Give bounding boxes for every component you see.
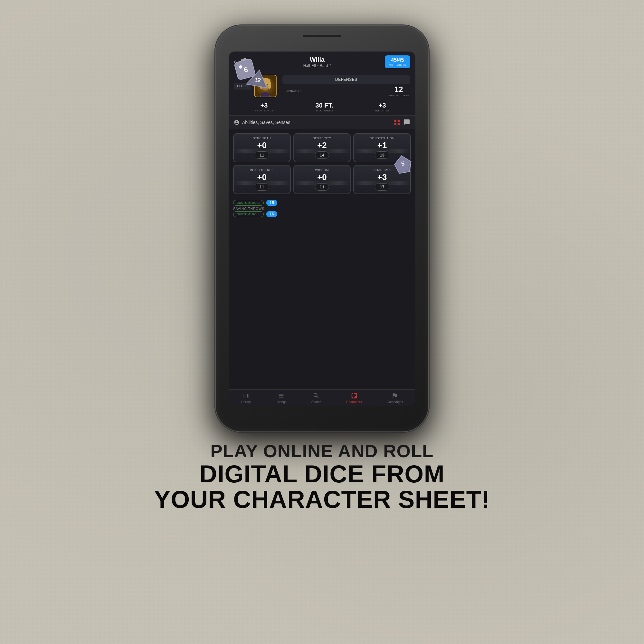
custom-roll-2: SAVING THROWS: [233, 207, 411, 211]
bottom-navigation: Library Listings Search: [229, 389, 415, 406]
app-screen: ‹ Willa Half-Elf Bard 7 45/45 HIT POINTS: [229, 52, 415, 406]
strength-modifier: +0: [236, 141, 288, 149]
roll-value-2: 16: [266, 211, 277, 217]
die-d8-overlay: 5: [391, 152, 415, 178]
inspiration-label: INSPIRATION: [284, 90, 302, 92]
wisdom-modifier: +0: [296, 173, 348, 181]
intelligence-score: 11: [255, 183, 269, 191]
custom-roll-btn-2[interactable]: CUSTOM: ROLL: [233, 211, 264, 217]
nav-characters-label: Characters: [346, 400, 362, 404]
strength-label: STRENGTH: [236, 137, 288, 140]
campaigns-icon: [391, 392, 398, 399]
intelligence-card[interactable]: INTELLIGENCE +0 11: [233, 165, 291, 194]
abilities-title: Abilities, Saves, Senses: [234, 119, 290, 125]
promo-section: PLAY ONLINE AND ROLL DIGITAL DICE FROM Y…: [154, 441, 490, 512]
grid-view-icon[interactable]: [393, 119, 401, 126]
charisma-score: 17: [375, 183, 389, 191]
promo-line1: PLAY ONLINE AND ROLL: [154, 441, 490, 461]
wisdom-label: WISDOM: [296, 168, 348, 172]
chat-icon[interactable]: [403, 119, 410, 126]
hp-label: HIT POINTS: [389, 63, 406, 66]
defenses-button[interactable]: DEFENSES: [282, 75, 410, 84]
prof-bonus-label: PROF. BONUS: [255, 109, 273, 112]
initiative-value: +3: [375, 102, 389, 109]
initiative-label: INITIATIVE: [375, 109, 389, 112]
walk-speed-label: WLK. SPEED: [316, 109, 334, 112]
character-class: Half-Elf Bard 7: [253, 63, 381, 68]
intelligence-modifier: +0: [236, 173, 288, 181]
character-name: Willa: [253, 56, 381, 63]
saving-throws-label: SAVING THROWS: [233, 207, 264, 211]
armor-class-label: ARMOR CLASS: [388, 94, 409, 97]
svg-text:12: 12: [254, 76, 261, 84]
custom-roll-btn-1[interactable]: CUSTOM: ROLL: [233, 200, 264, 206]
mini-stats-row: +3 PROF. BONUS 30 FT. WLK. SPEED +3 INIT…: [229, 100, 415, 116]
listings-icon: [278, 392, 285, 399]
nav-search[interactable]: Search: [311, 392, 322, 404]
nav-listings[interactable]: Listings: [276, 392, 287, 404]
nav-library[interactable]: Library: [241, 392, 251, 404]
abilities-section-header: Abilities, Saves, Senses: [229, 116, 415, 129]
section-icons: [393, 119, 410, 126]
constitution-label: CONSTITUTION: [356, 137, 408, 140]
dexterity-label: DEXTERITY: [296, 137, 348, 140]
hp-value: 45/45: [389, 57, 406, 63]
custom-label-1: CUSTOM: ROLL: [237, 201, 260, 204]
charisma-card[interactable]: 5 CHARISMA +3 17: [353, 165, 411, 194]
character-info: Willa Half-Elf Bard 7: [253, 56, 381, 68]
nav-characters[interactable]: Characters: [346, 392, 362, 404]
promo-line2b: YOUR CHARACTER SHEET!: [154, 487, 490, 512]
phone-frame: ‹ Willa Half-Elf Bard 7 45/45 HIT POINTS: [216, 26, 428, 431]
prof-bonus-value: +3: [255, 102, 273, 109]
dexterity-modifier: +2: [296, 141, 348, 149]
wisdom-score: 11: [315, 183, 329, 191]
nav-listings-label: Listings: [276, 400, 287, 404]
nav-search-label: Search: [311, 400, 322, 404]
custom-label-2: CUSTOM: ROLL: [237, 213, 260, 216]
initiative-stat: +3 INITIATIVE: [375, 102, 389, 112]
abilities-grid: STRENGTH +0 11 DEXTERITY +2 14 CONSTITUT…: [229, 129, 415, 198]
nav-campaigns[interactable]: Campaigns: [387, 392, 403, 404]
phone-mockup: ‹ Willa Half-Elf Bard 7 45/45 HIT POINTS: [216, 26, 428, 431]
characters-icon: [351, 392, 358, 399]
library-icon: [242, 392, 250, 399]
search-icon: [313, 392, 320, 399]
custom-rolls-area: CUSTOM: ROLL 15 SAVING THROWS CUSTOM: RO…: [229, 198, 415, 218]
intelligence-label: INTELLIGENCE: [236, 168, 288, 172]
custom-roll-3: CUSTOM: ROLL 16: [233, 211, 411, 217]
armor-class-value: 12: [388, 85, 409, 94]
constitution-score: 13: [375, 151, 389, 159]
roll-value-1: 15: [266, 200, 277, 206]
wisdom-card[interactable]: WISDOM +0 11: [293, 165, 351, 194]
promo-line2a: DIGITAL DICE FROM: [154, 461, 490, 487]
hp-badge: 45/45 HIT POINTS: [385, 55, 410, 68]
nav-campaigns-label: Campaigns: [387, 400, 403, 404]
prof-bonus-stat: +3 PROF. BONUS: [255, 102, 273, 112]
abilities-icon: [234, 119, 240, 125]
custom-roll-1: CUSTOM: ROLL 15: [233, 200, 411, 206]
strength-card[interactable]: STRENGTH +0 11: [233, 133, 291, 162]
dexterity-card[interactable]: DEXTERITY +2 14: [293, 133, 351, 162]
portrait-area: CO... S: [229, 72, 415, 100]
constitution-modifier: +1: [356, 141, 408, 149]
dexterity-score: 14: [315, 151, 329, 159]
strength-score: 11: [255, 151, 269, 159]
die-d20-overlay: 12: [242, 66, 272, 98]
nav-library-label: Library: [241, 400, 251, 404]
walk-speed-stat: 30 FT. WLK. SPEED: [316, 102, 334, 112]
walk-speed-value: 30 FT.: [316, 102, 334, 109]
